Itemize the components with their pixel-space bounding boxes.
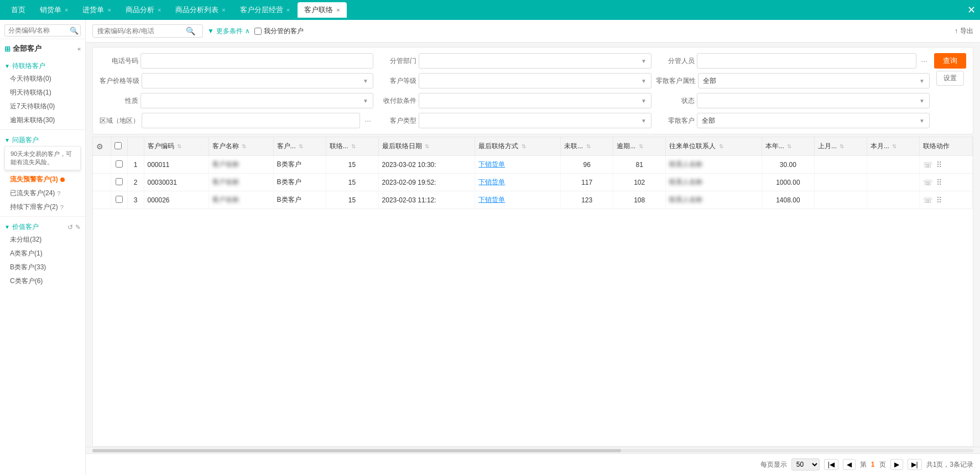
row-select-checkbox[interactable]	[116, 160, 123, 168]
row-last-method-link[interactable]: 下销货单	[478, 178, 505, 186]
row-more-icon[interactable]: ⠿	[936, 178, 942, 187]
col-no-contact-sort-icon[interactable]: ⇅	[586, 143, 591, 149]
last-page-button[interactable]: ▶|	[908, 459, 922, 470]
row-last-method-link[interactable]: 下销货单	[478, 160, 505, 168]
col-this-year-sort-icon[interactable]: ⇅	[787, 143, 791, 149]
col-type-sort-icon[interactable]: ⇅	[299, 143, 303, 149]
horizontal-scrollbar[interactable]	[86, 447, 980, 453]
row-select-checkbox[interactable]	[116, 178, 123, 185]
pending-arrow-icon: ▼	[4, 63, 10, 69]
col-this-year: 本年... ⇅	[762, 137, 814, 156]
settings-button[interactable]: 设置	[936, 71, 964, 86]
sidebar-item-ungroup[interactable]: 未分组(32)	[0, 233, 85, 247]
column-settings-icon[interactable]: ⚙	[96, 142, 103, 151]
person-more-icon[interactable]: ···	[919, 56, 930, 65]
sidebar-item-class-b[interactable]: B类客户(33)	[0, 260, 85, 274]
col-name-sort-icon[interactable]: ⇅	[242, 143, 246, 149]
sidebar-item-class-a[interactable]: A类客户(1)	[0, 247, 85, 260]
customer-tier-select[interactable]: ▼	[419, 73, 651, 88]
retail-attr-select[interactable]: 全部 ▼	[698, 73, 930, 88]
col-contact-person-sort-icon[interactable]: ⇅	[719, 143, 723, 149]
row-more-icon[interactable]: ⠿	[936, 196, 942, 205]
col-this-month-sort-icon[interactable]: ⇅	[892, 143, 896, 149]
col-type: 客户... ⇅	[273, 137, 326, 156]
tab-customer-tier-close[interactable]: ×	[286, 7, 290, 13]
scrollbar-thumb[interactable]	[92, 449, 621, 452]
tab-sales[interactable]: 销货单 ×	[33, 2, 75, 18]
export-icon: ↑	[955, 27, 958, 35]
sidebar-item-today[interactable]: 今天待联络(0)	[0, 72, 85, 86]
first-page-button[interactable]: |◀	[824, 459, 838, 470]
price-tier-select[interactable]: ▼	[142, 73, 373, 88]
col-overdue-sort-icon[interactable]: ⇅	[639, 143, 643, 149]
sidebar-item-overdue[interactable]: 逾期未联络(30)	[0, 113, 85, 127]
phone-input[interactable]	[140, 53, 373, 69]
col-last-method-sort-icon[interactable]: ⇅	[522, 143, 526, 149]
person-input[interactable]	[697, 53, 916, 69]
filter-toggle[interactable]: ▼ 更多条件 ∧	[207, 27, 250, 36]
nature-select[interactable]: ▼	[140, 93, 373, 108]
tab-home[interactable]: 首页	[4, 2, 32, 18]
col-last-date-sort-icon[interactable]: ⇅	[425, 143, 429, 149]
sidebar-item-class-c[interactable]: C类客户(6)	[0, 274, 85, 288]
row-last-date: 2023-03-02 10:30:	[378, 156, 475, 174]
tab-purchase[interactable]: 进货单 ×	[76, 2, 117, 18]
filter-chevron-icon: ∧	[245, 27, 250, 35]
select-all-checkbox[interactable]	[114, 142, 122, 149]
row-phone-icon[interactable]: ☏	[923, 160, 933, 169]
collapse-icon[interactable]: «	[77, 45, 81, 52]
sidebar-item-tomorrow[interactable]: 明天待联络(1)	[0, 86, 85, 100]
payment-select[interactable]: ▼	[419, 93, 651, 108]
my-customers-input[interactable]	[254, 28, 262, 35]
per-page-select[interactable]: 50 100 200	[791, 458, 820, 471]
search-button[interactable]: 🔍	[186, 27, 195, 35]
tab-analysis-close[interactable]: ×	[158, 7, 161, 13]
sidebar-all-customers[interactable]: ⊞ 全部客户 «	[0, 39, 85, 58]
row-last-method-link[interactable]: 下销货单	[478, 196, 505, 203]
sidebar-item-churned[interactable]: 已流失客户(24) ?	[0, 186, 85, 200]
col-name-label: 客户名称	[212, 142, 239, 150]
row-select-checkbox[interactable]	[116, 196, 123, 203]
region-more-icon[interactable]: ···	[362, 116, 373, 125]
row-more-icon[interactable]: ⠿	[936, 160, 942, 169]
search-input[interactable]	[97, 27, 186, 35]
tab-sales-close[interactable]: ×	[65, 7, 68, 13]
prev-page-button[interactable]: ◀	[843, 459, 856, 470]
col-last-month-sort-icon[interactable]: ⇅	[840, 143, 844, 149]
tab-customer-tier[interactable]: 客户分层经营 ×	[233, 2, 296, 18]
value-refresh-icon[interactable]: ↺	[67, 223, 73, 231]
region-input[interactable]	[142, 113, 360, 128]
row-action-icons: ☏ ⠿	[923, 196, 969, 205]
row-this-year: 1408.00	[762, 191, 814, 209]
tab-customer-contact[interactable]: 客户联络 ×	[298, 2, 346, 18]
col-code-sort-icon[interactable]: ⇅	[177, 143, 181, 149]
value-edit-icon[interactable]: ✎	[75, 223, 81, 231]
row-phone-icon[interactable]: ☏	[923, 178, 933, 187]
pagination-summary: 共1页，3条记录	[926, 460, 973, 469]
sidebar-item-week[interactable]: 近7天待联络(0)	[0, 100, 85, 113]
my-customers-checkbox[interactable]: 我分管的客户	[254, 27, 304, 36]
tab-purchase-close[interactable]: ×	[107, 7, 111, 13]
tab-analysis[interactable]: 商品分析 ×	[119, 2, 168, 18]
status-select[interactable]: ▼	[697, 93, 930, 108]
page-suffix-label: 页	[879, 460, 886, 469]
col-action-label: 联络动作	[923, 142, 950, 150]
close-all-button[interactable]: ✕	[967, 4, 976, 16]
col-contacts-sort-icon[interactable]: ⇅	[351, 143, 356, 149]
query-button[interactable]: 查询	[934, 53, 966, 69]
sidebar-item-declining[interactable]: 持续下滑客户(2) ?	[0, 200, 85, 214]
export-button[interactable]: ↑ 导出	[955, 27, 973, 36]
next-page-button[interactable]: ▶	[890, 459, 903, 470]
row-no: 2	[127, 174, 144, 191]
dept-select[interactable]: ▼	[419, 53, 651, 69]
tab-analysis-list[interactable]: 商品分析列表 ×	[169, 2, 232, 18]
retail-select[interactable]: 全部 ▼	[697, 113, 930, 128]
row-phone-icon[interactable]: ☏	[923, 196, 933, 205]
tab-customer-contact-close[interactable]: ×	[336, 7, 340, 13]
customer-type-select[interactable]: ▼	[419, 113, 651, 128]
churn-warning-label: 流失预警客户(3)	[10, 175, 58, 184]
sidebar-item-churn-warning[interactable]: 流失预警客户(3)	[0, 173, 85, 186]
sidebar: 🔍 ⊞ 全部客户 « ▼ 待联络客户 今天待联络(0) 明天待联络(1) 近7天…	[0, 20, 86, 475]
tab-analysis-list-close[interactable]: ×	[222, 7, 225, 13]
col-no-contact: 未联... ⇅	[561, 137, 613, 156]
